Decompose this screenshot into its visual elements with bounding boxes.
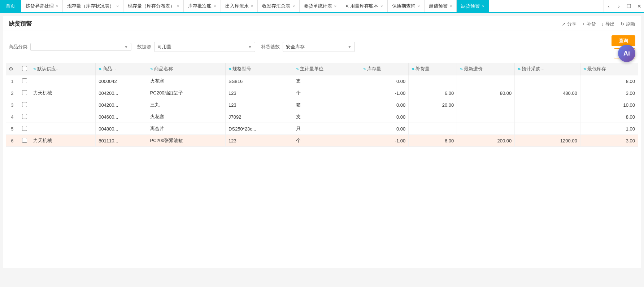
nav-tab-7[interactable]: 可用量库存账本 × bbox=[341, 0, 387, 13]
close-tab-7[interactable]: × bbox=[380, 4, 383, 8]
nav-tab-6[interactable]: 要货单统计表 × bbox=[300, 0, 341, 13]
nav-tab-8[interactable]: 保质期查询 × bbox=[388, 0, 425, 13]
th-min-stock[interactable]: ⇅ 最低库存 bbox=[580, 63, 638, 75]
sort-min-stock-icon: ⇅ bbox=[583, 67, 586, 71]
refresh-button[interactable]: ↻ 刷新 bbox=[621, 21, 635, 27]
share-button[interactable]: ↗ 分享 bbox=[562, 21, 576, 27]
nav-tab-4[interactable]: 出入库流水 × bbox=[221, 0, 258, 13]
cell-product-code: 0000042 bbox=[96, 75, 147, 87]
th-unit[interactable]: ⇅ 主计量单位 bbox=[293, 63, 360, 75]
nav-tab-5[interactable]: 收发存汇总表 × bbox=[258, 0, 299, 13]
cell-latest-price: 80.00 bbox=[457, 87, 515, 99]
cell-min-stock: 10.00 bbox=[580, 99, 638, 111]
nav-home[interactable]: 首页 bbox=[0, 0, 21, 13]
th-product-code[interactable]: ⇅ 商品... bbox=[96, 63, 147, 75]
nav-next-btn[interactable]: › bbox=[614, 0, 624, 13]
table-row[interactable]: 4 004600... 火花塞 J7092 支 0.00 8.00 bbox=[6, 111, 638, 123]
th-spec[interactable]: ⇅ 规格型号 bbox=[226, 63, 293, 75]
close-tab-9[interactable]: × bbox=[450, 4, 452, 8]
row-checkbox[interactable] bbox=[22, 138, 27, 143]
close-tab-8[interactable]: × bbox=[418, 4, 420, 8]
replenish-icon: + bbox=[582, 21, 585, 27]
replenish-button[interactable]: + 补货 bbox=[582, 21, 596, 27]
nav-tab-0[interactable]: 拣货异常处理 × bbox=[21, 0, 63, 13]
nav-tab-9[interactable]: 超储预警 × bbox=[425, 0, 457, 13]
nav-tab-10[interactable]: 缺货预警 × bbox=[457, 0, 489, 13]
cell-checkbox[interactable] bbox=[19, 135, 30, 147]
close-tab-3[interactable]: × bbox=[214, 4, 216, 8]
table-row[interactable]: 1 0000042 火花塞 SS816 支 0.00 8.00 bbox=[6, 75, 638, 87]
nav-tab-3[interactable]: 库存批次账 × bbox=[184, 0, 221, 13]
datasource-select[interactable]: 可用量 ▼ bbox=[154, 42, 255, 52]
nav-tab-1[interactable]: 现存量（库存状况表） × bbox=[63, 0, 123, 13]
th-latest-price[interactable]: ⇅ 最新进价 bbox=[457, 63, 515, 75]
cell-product-name: PC200油缸缸子 bbox=[147, 87, 225, 99]
row-checkbox[interactable] bbox=[22, 102, 27, 107]
table-container: ⚙ ⇅ 默认供应... ⇅ 商品... bbox=[3, 63, 641, 150]
th-settings[interactable]: ⚙ bbox=[6, 63, 19, 75]
export-button[interactable]: ↓ 导出 bbox=[602, 21, 615, 27]
close-tab-1[interactable]: × bbox=[116, 4, 118, 8]
cell-checkbox[interactable] bbox=[19, 111, 30, 123]
cell-checkbox[interactable] bbox=[19, 87, 30, 99]
nav-close-btn[interactable]: ✕ bbox=[634, 0, 644, 13]
cell-replenish-qty bbox=[409, 123, 457, 135]
close-tab-10[interactable]: × bbox=[482, 4, 484, 8]
table-row[interactable]: 3 004200... 三九 123 箱 0.00 20.00 10.00 bbox=[6, 99, 638, 111]
datasource-dropdown-icon: ▼ bbox=[248, 45, 252, 49]
ai-assistant-button[interactable]: Ai bbox=[618, 45, 635, 62]
table-header-row: ⚙ ⇅ 默认供应... ⇅ 商品... bbox=[6, 63, 638, 75]
cell-product-name: PC200张紧油缸 bbox=[147, 135, 225, 147]
close-tab-4[interactable]: × bbox=[251, 4, 253, 8]
th-product-name[interactable]: ⇅ 商品名称 bbox=[147, 63, 225, 75]
nav-restore-btn[interactable]: ❐ bbox=[624, 0, 634, 13]
cell-checkbox[interactable] bbox=[19, 123, 30, 135]
row-checkbox[interactable] bbox=[22, 114, 27, 119]
category-label: 商品分类 bbox=[9, 44, 27, 50]
row-checkbox[interactable] bbox=[22, 90, 27, 95]
replenish-base-select[interactable]: 安全库存 ▼ bbox=[283, 42, 355, 52]
sort-stock-icon: ⇅ bbox=[363, 67, 366, 71]
gear-icon[interactable]: ⚙ bbox=[9, 66, 13, 72]
row-checkbox[interactable] bbox=[22, 126, 27, 131]
cell-product-name: 火花塞 bbox=[147, 111, 225, 123]
cell-unit: 只 bbox=[293, 123, 360, 135]
cell-replenish-qty bbox=[409, 75, 457, 87]
cell-latest-price bbox=[457, 75, 515, 87]
cell-spec: 123 bbox=[226, 135, 293, 147]
cell-spec: DS250*23c... bbox=[226, 123, 293, 135]
cell-latest-price bbox=[457, 99, 515, 111]
cell-stock: 0.00 bbox=[360, 99, 409, 111]
th-supplier[interactable]: ⇅ 默认供应... bbox=[30, 63, 96, 75]
cell-stock: 0.00 bbox=[360, 75, 409, 87]
nav-tab-2[interactable]: 现存量（库存分布表） × bbox=[123, 0, 184, 13]
cell-estimated-purchase bbox=[515, 111, 580, 123]
cell-supplier bbox=[30, 123, 96, 135]
export-icon: ↓ bbox=[602, 21, 604, 27]
select-all-checkbox[interactable] bbox=[22, 66, 27, 71]
close-tab-6[interactable]: × bbox=[334, 4, 336, 8]
datasource-filter-group: 数据源 可用量 ▼ bbox=[137, 42, 255, 52]
close-tab-5[interactable]: × bbox=[292, 4, 295, 8]
query-button[interactable]: 查询 bbox=[612, 35, 635, 46]
category-select[interactable]: ▼ bbox=[30, 43, 131, 51]
table-row[interactable]: 6 力天机械 801110... PC200张紧油缸 123 个 -1.00 6… bbox=[6, 135, 638, 147]
sort-spec-icon: ⇅ bbox=[229, 67, 231, 71]
cell-checkbox[interactable] bbox=[19, 99, 30, 111]
th-stock[interactable]: ⇅ 库存量 bbox=[360, 63, 409, 75]
row-checkbox[interactable] bbox=[22, 78, 27, 83]
cell-spec: J7092 bbox=[226, 111, 293, 123]
th-replenish-qty[interactable]: ⇅ 补货量 bbox=[409, 63, 457, 75]
cell-checkbox[interactable] bbox=[19, 75, 30, 87]
th-estimated-purchase[interactable]: ⇅ 预计采购... bbox=[515, 63, 580, 75]
cell-index: 1 bbox=[6, 75, 19, 87]
close-tab-2[interactable]: × bbox=[177, 4, 179, 8]
nav-prev-btn[interactable]: ‹ bbox=[604, 0, 614, 13]
cell-product-code: 004600... bbox=[96, 111, 147, 123]
cell-latest-price bbox=[457, 111, 515, 123]
data-table: ⚙ ⇅ 默认供应... ⇅ 商品... bbox=[6, 63, 638, 147]
table-row[interactable]: 2 力天机械 004200... PC200油缸缸子 123 个 -1.00 6… bbox=[6, 87, 638, 99]
cell-unit: 支 bbox=[293, 111, 360, 123]
close-tab-0[interactable]: × bbox=[56, 4, 58, 8]
table-row[interactable]: 5 004800... 离合片 DS250*23c... 只 0.00 1.00 bbox=[6, 123, 638, 135]
